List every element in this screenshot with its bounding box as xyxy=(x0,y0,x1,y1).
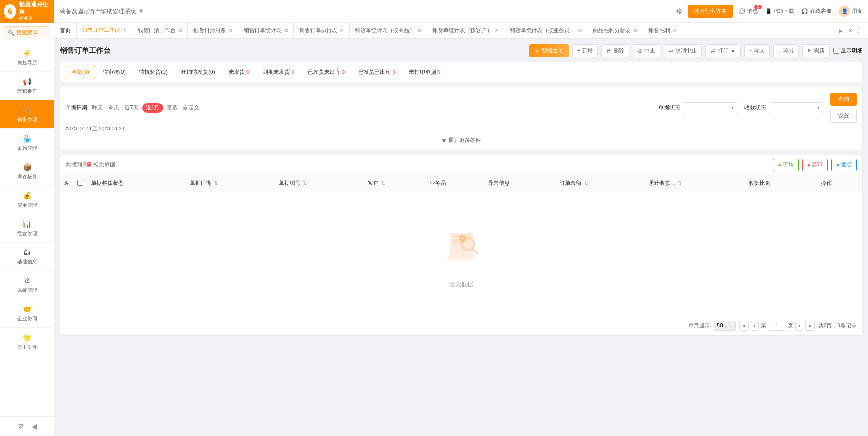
show-detail-checkbox[interactable] xyxy=(833,48,839,54)
expand-filter-button[interactable]: ▼ 展开更多条件 xyxy=(441,137,481,144)
delete-button[interactable]: 🗑 删除 xyxy=(601,44,629,57)
sidebar-item-inventory[interactable]: 📦 库存核算 xyxy=(0,157,54,186)
solution-button[interactable]: 体验行业方案 xyxy=(688,5,733,18)
sidebar-item-label: 销售管理 xyxy=(17,116,37,123)
tab-close-icon[interactable]: ✕ xyxy=(284,28,288,33)
tab-close-icon[interactable]: ✕ xyxy=(340,28,344,33)
date-opt-1month[interactable]: 近1月 xyxy=(142,103,163,113)
sidebar-item-guide[interactable]: 🌟 新手引导 xyxy=(0,328,54,356)
refresh-button[interactable]: ↻ 刷新 xyxy=(802,44,830,57)
import-label: 导入 xyxy=(754,47,765,55)
col-checkbox[interactable] xyxy=(74,175,87,192)
tab-close-all-icon[interactable]: ✕ xyxy=(847,27,854,35)
subtab-pending-audit[interactable]: 待审核(0) xyxy=(97,66,132,78)
ai-generate-button[interactable]: ★ 智能生单 xyxy=(529,44,569,57)
subtab-shipped-not-out[interactable]: 已发货未出库 0 xyxy=(302,66,350,78)
page-number-input[interactable] xyxy=(768,321,786,331)
new-button[interactable]: + 新增 xyxy=(572,44,598,57)
cancel-stop-button[interactable]: ↩ 取消中止 xyxy=(664,44,702,57)
page-prev-button[interactable]: ‹ xyxy=(751,321,759,331)
sidebar-item-cooperation[interactable]: 🤝 企业协同 xyxy=(0,299,54,328)
tab-sales-exec[interactable]: 销售订单执行表 ✕ xyxy=(294,23,350,39)
sidebar-item-system[interactable]: ⚙ 系统管理 xyxy=(0,271,54,299)
select-all-checkbox[interactable] xyxy=(77,180,83,186)
subtab-unshipped[interactable]: 未发货 0 xyxy=(223,66,255,78)
date-opt-today[interactable]: 今天 xyxy=(106,103,121,113)
page-last-button[interactable]: » xyxy=(805,321,815,331)
page-next-button[interactable]: › xyxy=(795,321,803,331)
app-download-button[interactable]: 📱 App下载 xyxy=(765,7,794,15)
tab-close-icon[interactable]: ✕ xyxy=(229,28,232,33)
subtab-count: 0 xyxy=(437,69,440,75)
tab-close-icon[interactable]: ✕ xyxy=(495,28,499,33)
tab-close-icon[interactable]: ✕ xyxy=(417,28,421,33)
tab-maximize-icon[interactable]: ⛶ xyxy=(857,27,864,35)
sidebar-item-purchase[interactable]: 🏪 采购管理 xyxy=(0,129,54,157)
filter-settings-button[interactable]: 设置 xyxy=(830,109,857,123)
subtab-label: 待拣验货(0) xyxy=(139,69,168,75)
date-opt-more[interactable]: 更多 xyxy=(165,103,179,113)
col-customer[interactable]: 客户 ⇅ xyxy=(364,175,426,192)
unaudit-button[interactable]: ● 弃审 xyxy=(802,159,828,171)
date-opt-7days[interactable]: 近7天 xyxy=(123,103,140,113)
date-opt-custom[interactable]: 自定义 xyxy=(181,103,201,113)
subtab-pending-verify[interactable]: 待拣验货(0) xyxy=(133,66,173,78)
date-opt-yesterday[interactable]: 昨天 xyxy=(90,103,105,113)
user-menu-button[interactable]: 👤 用友 xyxy=(839,6,863,17)
stop-button[interactable]: ⊘ 中止 xyxy=(633,44,660,57)
export-button[interactable]: ↓ 导出 xyxy=(773,44,799,57)
filter-payment-select[interactable] xyxy=(769,102,823,113)
sidebar-item-quick-nav[interactable]: ⚡ 快捷导航 xyxy=(0,43,54,72)
print-button[interactable]: 🖨 打印 ▼ xyxy=(705,44,741,57)
table-scroll-container[interactable]: ⚙ 单据整体状态 单据日期 ⇅ xyxy=(60,175,862,316)
subtab-unprinted[interactable]: 未打印单据 0 xyxy=(403,66,446,78)
subtab-expired-unshipped[interactable]: 到期未发货 0 xyxy=(257,66,300,78)
tab-sales-workbench[interactable]: 销售订单工作台 ✕ xyxy=(77,23,132,39)
sidebar-item-marketing[interactable]: 📢 营销推广 xyxy=(0,72,54,100)
tab-home[interactable]: 首页 xyxy=(54,23,77,39)
sidebar-item-finance[interactable]: 💰 资金管理 xyxy=(0,186,54,214)
tab-close-icon[interactable]: ✕ xyxy=(633,28,637,33)
sidebar-collapse-button[interactable]: ◀ xyxy=(29,420,38,432)
tab-sales-profit[interactable]: 销售毛利 ✕ xyxy=(643,23,682,39)
tab-margin-analysis[interactable]: 商品毛利分析表 ✕ xyxy=(587,23,643,39)
subtab-wangpu-ship[interactable]: 旺铺待发货(0) xyxy=(175,66,221,78)
import-button[interactable]: ↑ 导入 xyxy=(744,44,770,57)
online-service-button[interactable]: 🎧 在线客服 xyxy=(801,7,832,15)
message-button[interactable]: 💬 消息 6 xyxy=(739,7,758,15)
tab-cash-daily[interactable]: 钱货日清工作台 ✕ xyxy=(132,23,188,39)
system-title-dropdown[interactable]: 装备及固定资产辅助管理系统 ▼ xyxy=(60,7,671,15)
ai-btn-label: 智能生单 xyxy=(542,47,563,55)
col-salesperson[interactable]: 业务员 xyxy=(426,175,484,192)
col-date[interactable]: 单据日期 ⇅ xyxy=(186,175,275,192)
page-first-button[interactable]: « xyxy=(739,321,749,331)
tab-sales-stats-product[interactable]: 销货单统计表（按商品） ✕ xyxy=(350,23,427,39)
ship-button[interactable]: ● 发货 xyxy=(831,159,857,171)
tab-sales-stats-staff[interactable]: 销货单统计表（按业务员） ✕ xyxy=(504,23,587,39)
show-detail-checkbox-label[interactable]: 显示明细 xyxy=(833,47,863,55)
sidebar-item-business[interactable]: 📊 经营管理 xyxy=(0,214,54,243)
query-button[interactable]: 查询 xyxy=(830,93,857,106)
tab-cash-reconcile[interactable]: 钱货日清对账 ✕ xyxy=(188,23,238,39)
sidebar-item-sales[interactable]: 🛒 销售管理 xyxy=(0,100,54,129)
search-menu-button[interactable]: 🔍 搜索菜单 xyxy=(4,26,50,39)
topbar-settings-icon[interactable]: ⚙ xyxy=(676,7,682,15)
col-settings[interactable]: ⚙ xyxy=(60,175,74,192)
tab-close-icon[interactable]: ✕ xyxy=(123,28,126,33)
tab-sales-stats[interactable]: 销售订单统计表 ✕ xyxy=(238,23,294,39)
tab-close-icon[interactable]: ✕ xyxy=(673,28,676,33)
page-size-select[interactable]: 50 100 200 xyxy=(714,321,736,331)
filter-status-select[interactable] xyxy=(683,102,737,113)
audit-button[interactable]: ● 审核 xyxy=(773,159,798,171)
col-collected[interactable]: 累计收款... ⇅ xyxy=(645,175,745,192)
subtab-all[interactable]: 全部(0) xyxy=(66,66,95,78)
sidebar-item-basic[interactable]: 🗂 基础信息 xyxy=(0,243,54,271)
tab-sales-stats-customer[interactable]: 销货单统计表（按客户） ✕ xyxy=(427,23,504,39)
col-number[interactable]: 单据编号 ⇅ xyxy=(275,175,364,192)
tab-close-icon[interactable]: ✕ xyxy=(178,28,182,33)
subtab-shipped-out[interactable]: 已发货已出库 0 xyxy=(352,66,401,78)
tab-close-icon[interactable]: ✕ xyxy=(578,28,581,33)
sidebar-settings-button[interactable]: ⚙ xyxy=(16,420,26,432)
col-amount[interactable]: 订单金额 ⇅ xyxy=(556,175,645,192)
tab-scroll-right-icon[interactable]: ▶ xyxy=(838,27,844,35)
